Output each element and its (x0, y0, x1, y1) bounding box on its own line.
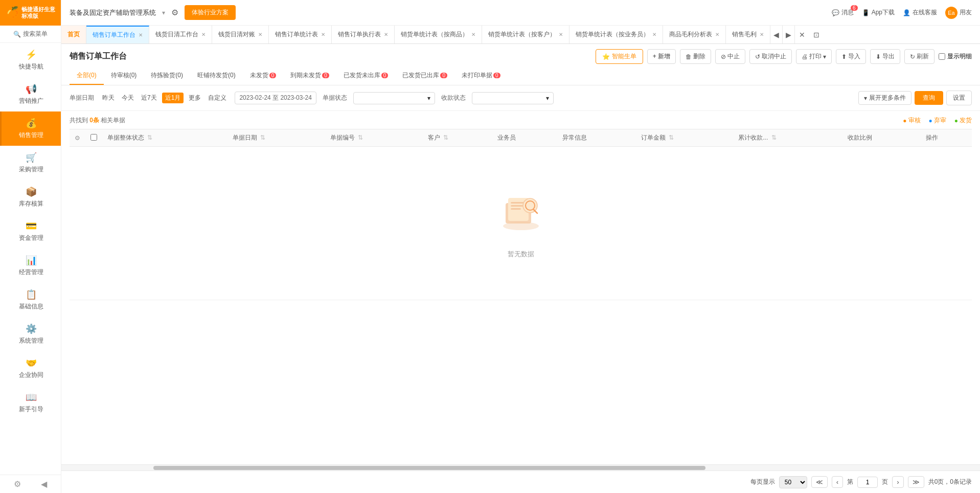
sidebar-item-sales[interactable]: 💰 销售管理 (0, 111, 61, 146)
tab-close-sales-exec[interactable]: ✕ (384, 32, 388, 37)
col-doc-no[interactable]: 单据编号 ⇅ (325, 129, 423, 147)
tab-ship-staff[interactable]: 销货单统计表（按业务员） ✕ (569, 26, 663, 44)
tab-close-all-btn[interactable]: ✕ (795, 26, 809, 44)
expand-conditions-btn[interactable]: ▾ 展开更多条件 (858, 91, 911, 105)
tab-sales-workbench[interactable]: 销售订单工作台 ✕ (86, 26, 149, 44)
date-today-btn[interactable]: 今天 (120, 93, 136, 103)
tab-next-btn[interactable]: ▶ (783, 26, 795, 44)
payment-select[interactable]: ▾ (472, 92, 554, 104)
sidebar-item-operation[interactable]: 📊 经营管理 (0, 249, 61, 283)
tab-close-sales-stat[interactable]: ✕ (321, 32, 325, 37)
tab-sales-stat[interactable]: 销售订单统计表 ✕ (269, 26, 332, 44)
cancel-stop-btn[interactable]: ↺ 取消中止 (749, 49, 792, 64)
prev-page-btn[interactable]: ‹ (832, 476, 843, 488)
horizontal-scrollbar[interactable] (61, 464, 980, 470)
col-exception: 异常信息 (557, 129, 636, 147)
subtab-unshipped[interactable]: 未发货0 (243, 67, 284, 85)
col-doc-date[interactable]: 单据日期 ⇅ (227, 129, 325, 147)
date-filter-label: 单据日期 (70, 94, 94, 102)
new-btn[interactable]: + 新增 (647, 49, 676, 64)
tab-close-cash-reconcile[interactable]: ✕ (258, 32, 262, 37)
sidebar-item-guide[interactable]: 📖 新手引导 (0, 386, 61, 420)
ship-btn[interactable]: ● 发货 (954, 116, 972, 125)
show-detail-label[interactable]: 显示明细 (939, 52, 972, 61)
stop-btn[interactable]: ⊘ 中止 (715, 49, 745, 64)
last-page-btn[interactable]: ≫ (908, 476, 924, 488)
tab-close-cash-daily[interactable]: ✕ (201, 32, 206, 37)
refresh-btn[interactable]: ↻ 刷新 (904, 49, 935, 64)
col-order-amount[interactable]: 订单金额 ⇅ (636, 129, 734, 147)
solution-button[interactable]: 体验行业方案 (185, 5, 236, 20)
tab-cash-reconcile[interactable]: 钱货日清对账 ✕ (212, 26, 269, 44)
tab-close-ship-product[interactable]: ✕ (471, 32, 475, 37)
col-accumulated-payment[interactable]: 累计收款... ⇅ (733, 129, 842, 147)
subtab-pending-inspect[interactable]: 待拣验货(0) (144, 67, 190, 85)
date-yesterday-btn[interactable]: 昨天 (100, 93, 117, 103)
tab-close-sales-margin[interactable]: ✕ (760, 32, 764, 37)
tab-maximize-btn[interactable]: ⊡ (809, 26, 824, 44)
online-service-btn[interactable]: 👤 在线客服 (903, 8, 937, 17)
col-checkbox[interactable] (85, 129, 102, 147)
sidebar-item-enterprise[interactable]: 🤝 企业协同 (0, 351, 61, 386)
next-page-btn[interactable]: › (892, 476, 903, 488)
date-range-input[interactable]: 2023-02-24 至 2023-03-24 (235, 92, 316, 104)
cancel-audit-btn[interactable]: ● 弃审 (929, 116, 946, 125)
print-btn[interactable]: 🖨 打印 ▾ (796, 49, 832, 64)
tab-close-sales-workbench[interactable]: ✕ (139, 32, 143, 38)
tab-close-ship-staff[interactable]: ✕ (652, 32, 656, 37)
subtab-overdue-unshipped[interactable]: 到期未发货0 (283, 67, 336, 85)
app-download-btn[interactable]: 📱 App下载 (862, 8, 895, 17)
sidebar-search[interactable]: 🔍 搜索菜单 (0, 26, 61, 43)
message-btn[interactable]: 💬 消息 6 (832, 8, 854, 17)
sidebar-item-purchase[interactable]: 🛒 采购管理 (0, 146, 61, 180)
select-all-checkbox[interactable] (90, 134, 97, 141)
import-btn[interactable]: ⬆ 导入 (836, 49, 866, 64)
tab-prev-btn[interactable]: ◀ (770, 26, 783, 44)
sidebar-item-basic[interactable]: 📋 基础信息 (0, 283, 61, 317)
import-icon: ⬆ (841, 53, 847, 60)
subtab-shipped-not-out[interactable]: 已发货未出库0 (336, 67, 396, 85)
tab-cash-daily[interactable]: 钱货日清工作台 ✕ (149, 26, 212, 44)
col-doc-status[interactable]: 单据整体状态 ⇅ (102, 129, 227, 147)
col-gear[interactable]: ⚙ (70, 129, 85, 147)
page-input[interactable] (857, 477, 878, 488)
sidebar-item-quicknav[interactable]: ⚡ 快捷导航 (0, 43, 61, 77)
date-custom-btn[interactable]: 自定义 (206, 93, 229, 103)
user-profile-btn[interactable]: Ea 用友 (945, 7, 972, 19)
sidebar-item-inventory[interactable]: 📦 库存核算 (0, 180, 61, 214)
tab-close-ship-customer[interactable]: ✕ (559, 32, 563, 37)
date-7days-btn[interactable]: 近7天 (139, 93, 159, 103)
subtab-shipped-out[interactable]: 已发货已出库0 (395, 67, 454, 85)
sidebar-item-finance[interactable]: 💳 资金管理 (0, 214, 61, 249)
topbar-gear-icon[interactable]: ⚙ (171, 8, 178, 17)
subtab-all[interactable]: 全部(0) (70, 67, 104, 85)
settings-bottom-icon[interactable]: ⚙ (14, 479, 21, 489)
ai-generate-btn[interactable]: ⭐ 智能生单 (596, 49, 643, 64)
setting-btn[interactable]: 设置 (946, 91, 972, 105)
collapse-icon[interactable]: ◀ (41, 479, 47, 489)
date-1month-btn[interactable]: 近1月 (162, 93, 184, 103)
date-more-btn[interactable]: 更多 (187, 93, 203, 103)
export-btn[interactable]: ⬇ 导出 (870, 49, 900, 64)
tab-home[interactable]: 首页 (61, 26, 86, 44)
sidebar-item-marketing[interactable]: 📢 营销推广 (0, 77, 61, 111)
subtab-pending-review[interactable]: 待审核(0) (104, 67, 144, 85)
sidebar-item-system[interactable]: ⚙️ 系统管理 (0, 317, 61, 351)
audit-btn[interactable]: ● 审核 (903, 116, 920, 125)
page-size-select[interactable]: 50 100 200 (779, 476, 807, 488)
tab-sales-exec[interactable]: 销售订单执行表 ✕ (332, 26, 395, 44)
tab-ship-product[interactable]: 销货单统计表（按商品） ✕ (395, 26, 482, 44)
col-customer[interactable]: 客户 ⇅ (423, 129, 492, 147)
tab-close-margin-analysis[interactable]: ✕ (715, 32, 719, 37)
delete-btn[interactable]: 🗑 删除 (680, 49, 711, 64)
show-detail-checkbox[interactable] (939, 53, 945, 60)
subtab-wangpu-ship[interactable]: 旺铺待发货(0) (190, 67, 243, 85)
tab-sales-margin[interactable]: 销售毛利 ✕ (726, 26, 770, 44)
tab-margin-analysis[interactable]: 商品毛利分析表 ✕ (663, 26, 726, 44)
status-select[interactable]: ▾ (353, 92, 435, 104)
subtab-unprinted[interactable]: 未打印单据0 (454, 67, 508, 85)
first-page-btn[interactable]: ≪ (811, 476, 828, 488)
query-btn[interactable]: 查询 (915, 91, 943, 105)
scrollbar-thumb[interactable] (153, 466, 705, 470)
tab-ship-customer[interactable]: 销货单统计表（按客户） ✕ (482, 26, 569, 44)
